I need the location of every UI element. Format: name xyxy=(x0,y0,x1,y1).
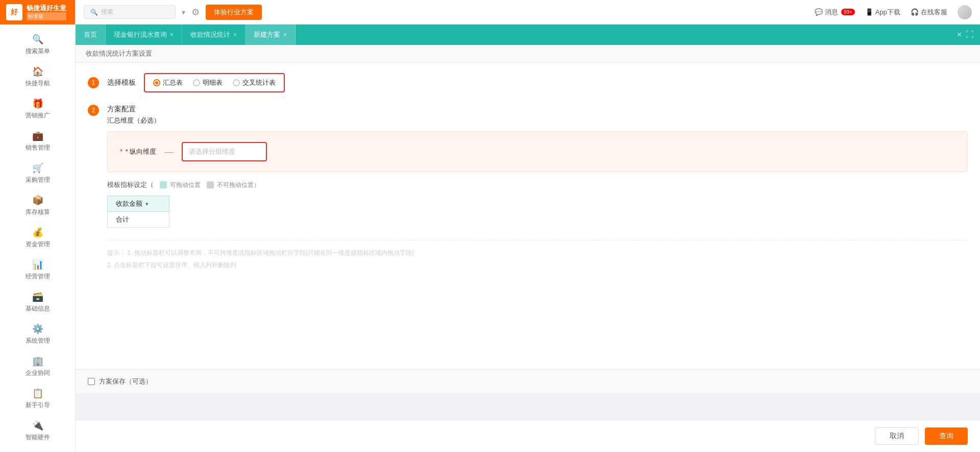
form-section: 1 选择模板 汇总表明细表交叉统计表 2 方案配置 汇总维度（必选） xyxy=(76,63,980,369)
bottom-save: 方案保存（可选） xyxy=(76,369,980,393)
sidebar-item-enterprise[interactable]: 🏢企业协同 xyxy=(0,350,75,383)
fixed-dot xyxy=(207,181,214,188)
app-icon: 📱 xyxy=(865,8,873,16)
top-header: 🔍 搜索 ▾ ⚙ 体验行业方案 💬 消息 99+ 📱 App下载 🎧 在线客服 xyxy=(76,0,980,25)
page-title: 收款情况统计方案设置 xyxy=(76,45,980,63)
online-service-label: 在线客服 xyxy=(921,8,947,17)
maximize-icon[interactable]: ⛶ xyxy=(966,30,974,39)
basic-label: 基础信息 xyxy=(26,304,50,313)
sales-label: 销售管理 xyxy=(26,144,50,152)
enterprise-label: 企业协同 xyxy=(26,369,50,377)
minimize-icon[interactable]: × xyxy=(957,30,962,39)
sidebar-item-operation[interactable]: 📊经营管理 xyxy=(0,254,75,286)
tab-controls: × ⛶ xyxy=(951,25,980,45)
sidebar-menu: 🔍搜索菜单🏠快捷导航🎁营销推广💼销售管理🛒采购管理📦库存核算💰资金管理📊经营管理… xyxy=(0,25,75,452)
tab-spacer xyxy=(296,25,951,45)
avatar[interactable] xyxy=(958,5,972,19)
tab-collection[interactable]: 收款情况统计 × xyxy=(182,25,246,45)
main-area: 🔍 搜索 ▾ ⚙ 体验行业方案 💬 消息 99+ 📱 App下载 🎧 在线客服 xyxy=(76,0,980,452)
settings-icon[interactable]: ⚙ xyxy=(191,7,200,18)
col-header-text: 收款金额 xyxy=(116,199,142,208)
radio-cross[interactable]: 交叉统计表 xyxy=(233,78,276,87)
sidebar-item-finance[interactable]: 💰资金管理 xyxy=(0,222,75,254)
fixed-label: 不可拖动位置） xyxy=(217,181,260,189)
indicator-col-body: 合计 xyxy=(107,212,169,228)
query-button[interactable]: 查询 xyxy=(925,427,968,445)
search-box[interactable]: 🔍 搜索 xyxy=(84,5,176,19)
tab-label-bank: 现金银行流水查询 xyxy=(114,30,167,39)
radio-summary[interactable]: 汇总表 xyxy=(153,78,183,87)
sidebar-item-sales[interactable]: 💼销售管理 xyxy=(0,125,75,157)
marketing-label: 营销推广 xyxy=(26,111,50,120)
dimension-title: 汇总维度（必选） xyxy=(107,116,968,125)
sidebar-item-search[interactable]: 🔍搜索菜单 xyxy=(0,29,75,61)
dimension-select[interactable]: 请选择分组维度 xyxy=(182,142,267,161)
logo-text-block: 畅捷通好生意 标准版 xyxy=(27,4,66,20)
purchase-icon: 🛒 xyxy=(32,162,43,174)
notification-badge: 99+ xyxy=(841,9,855,15)
sidebar-item-newbie[interactable]: 📋新手引导 xyxy=(0,383,75,415)
logo-icon: 好 xyxy=(6,4,22,20)
inventory-label: 库存核算 xyxy=(26,208,50,217)
sidebar-item-system[interactable]: ⚙️系统管理 xyxy=(0,318,75,350)
row-label-text: * 纵向维度 xyxy=(126,148,157,155)
online-service-item[interactable]: 🎧 在线客服 xyxy=(911,8,947,17)
radio-circle-detail xyxy=(193,79,200,86)
notification-label: 消息 xyxy=(825,8,838,17)
tip1: 提示： 1. 拖动标题栏可以调整布局，不可跨维度或指标区域拖动栏目字段(只能在同… xyxy=(107,247,968,259)
trial-button[interactable]: 体验行业方案 xyxy=(206,5,262,20)
step1-label: 选择模板 xyxy=(107,78,136,87)
logo-subtitle: 标准版 xyxy=(27,12,66,20)
save-label: 方案保存（可选） xyxy=(99,377,152,386)
tab-close-bank[interactable]: × xyxy=(170,31,174,38)
save-checkbox[interactable] xyxy=(88,378,95,385)
sidebar-item-nav[interactable]: 🏠快捷导航 xyxy=(0,61,75,93)
step1-badge: 1 xyxy=(88,77,99,88)
tab-close-new_plan[interactable]: × xyxy=(283,31,287,38)
step1-row: 1 选择模板 汇总表明细表交叉统计表 xyxy=(88,73,968,92)
system-icon: ⚙️ xyxy=(32,323,43,335)
movable-dot xyxy=(160,181,167,188)
sidebar-item-wechat[interactable]: 💬企业微信 xyxy=(0,447,75,452)
header-right: 💬 消息 99+ 📱 App下载 🎧 在线客服 xyxy=(815,5,972,19)
nav-label: 快捷导航 xyxy=(26,79,50,88)
tab-close-collection[interactable]: × xyxy=(233,31,237,38)
enterprise-icon: 🏢 xyxy=(32,355,43,367)
sales-icon: 💼 xyxy=(32,130,43,141)
radio-label-summary: 汇总表 xyxy=(163,78,183,87)
newbie-icon: 📋 xyxy=(32,388,43,399)
dimension-area: * * 纵向维度 — 请选择分组维度 xyxy=(107,131,968,172)
indicator-col-header[interactable]: 收款金额 ▾ xyxy=(108,196,169,211)
notification-item[interactable]: 💬 消息 99+ xyxy=(815,8,855,17)
tab-bank[interactable]: 现金银行流水查询 × xyxy=(106,25,182,45)
dropdown-icon[interactable]: ▾ xyxy=(182,8,185,16)
radio-detail[interactable]: 明细表 xyxy=(193,78,223,87)
tab-label-collection: 收款情况统计 xyxy=(190,30,230,39)
hint-fixed-badge: 不可拖动位置） xyxy=(207,181,260,189)
radio-label-detail: 明细表 xyxy=(203,78,223,87)
service-icon: 🎧 xyxy=(911,8,919,16)
step2-row: 2 方案配置 xyxy=(88,105,968,116)
cancel-button[interactable]: 取消 xyxy=(875,427,919,445)
sidebar-item-inventory[interactable]: 📦库存核算 xyxy=(0,189,75,222)
footer-buttons: 取消 查询 xyxy=(76,420,980,452)
radio-circle-summary xyxy=(153,79,160,86)
indicators-title-text: 模板指标设定（ xyxy=(107,181,154,188)
movable-label: 可拖动位置 xyxy=(170,181,201,189)
finance-label: 资金管理 xyxy=(26,240,50,249)
row-label: * * 纵向维度 xyxy=(120,147,156,156)
sidebar-item-basic[interactable]: 🗃️基础信息 xyxy=(0,286,75,318)
operation-icon: 📊 xyxy=(32,259,43,270)
radio-circle-cross xyxy=(233,79,240,86)
tab-home[interactable]: 首页 xyxy=(76,25,106,45)
app-download-item[interactable]: 📱 App下载 xyxy=(865,8,900,17)
system-label: 系统管理 xyxy=(26,337,50,345)
sidebar-item-purchase[interactable]: 🛒采购管理 xyxy=(0,157,75,189)
sidebar-logo: 好 畅捷通好生意 标准版 xyxy=(0,0,75,25)
sidebar-item-smart[interactable]: 🔌智能硬件 xyxy=(0,415,75,447)
inventory-icon: 📦 xyxy=(32,195,43,206)
sidebar-item-marketing[interactable]: 🎁营销推广 xyxy=(0,93,75,125)
tab-new_plan[interactable]: 新建方案 × xyxy=(246,25,296,45)
nav-icon: 🏠 xyxy=(32,66,43,77)
smart-icon: 🔌 xyxy=(32,420,43,431)
